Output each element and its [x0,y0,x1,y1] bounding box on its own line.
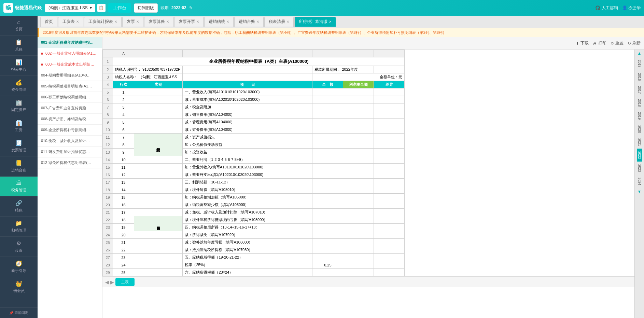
sidebar-item-reports[interactable]: 📊 报表中心 [0,56,38,76]
table-row: 29 25 六、应纳所得税额（23×24） [103,269,405,276]
close-tab-payroll-stats[interactable]: ✕ [114,20,117,24]
list-item-005[interactable]: 005-纳税调整项目明细表(A1… [38,81,102,92]
close-tab-jinxiao-ledger[interactable]: ✕ [256,20,259,24]
close-tab-income-tax[interactable]: ✕ [329,20,332,24]
list-item-008[interactable]: 008-资产折旧、摊销及纳税… [38,114,102,125]
company-icon-btn[interactable]: 📋 [97,4,106,12]
next-sheet-btn[interactable]: ▶ [110,279,114,285]
list-item-001[interactable]: 001-企业所得税年度纳税申报… [38,37,102,48]
tab-payroll[interactable]: 工资表 ✕ [58,17,83,27]
close-tab-jinxiao[interactable]: ✕ [226,20,229,24]
sidebar-item-settings[interactable]: ⚙ 设置 [0,237,38,257]
list-item-004[interactable]: 004-期间费用明细表(A1040… [38,70,102,81]
logo-icon: 畅 [3,3,13,13]
table-row-title: 1 企业所得税年度纳税申报表（A类）主表(A100000) [103,57,405,66]
list-item-003[interactable]: 003-一般企业成本支出明细… [38,59,102,70]
sidebar-item-close[interactable]: 🔗 结账 [0,196,38,217]
list-item-002[interactable]: 002-一般企业收入明细表(A1… [38,48,102,59]
table-row: 19 15 加：纳税调整增加额（填写A105000） [103,194,405,201]
app-name: 畅捷通易代账 [15,5,42,11]
sidebar-item-tax[interactable]: 🏛 税务管理 [0,177,38,196]
refresh-icon: ↻ [628,41,631,46]
tab-income-tax[interactable]: 所得税汇算清缴 ✕ [294,17,336,27]
sidebar-item-archive[interactable]: 📁 归档管理 [0,217,38,237]
sidebar-item-guide[interactable]: 🧭 新手引导 [0,257,38,277]
workbench-button[interactable]: 工作台 [108,3,131,13]
list-item-011[interactable]: 011-研发费用加计扣除优惠… [38,147,102,157]
tab-jinxiao-ledger[interactable]: 进销台账 ✕ [234,17,264,27]
tab-fapiao[interactable]: 发票 ✕ [122,17,143,27]
year-up-arrow[interactable]: ▲ [636,50,643,57]
year-item-2022[interactable]: 2022 [637,149,642,162]
tab-jinxiao[interactable]: 进销稽核 ✕ [204,17,234,27]
close-tab-fapiao-calc[interactable]: ✕ [166,20,169,24]
list-item-012[interactable]: 012-减免所得税优惠明细表(… [38,157,102,168]
taxpayer-id-value: 91320500703719732P [142,67,180,71]
sidebar-item-ledger[interactable]: 📋 总账 [0,36,38,56]
human-service-btn[interactable]: 🎧 人工咨询 [595,5,618,11]
col-header-row [103,50,113,57]
list-panel: 001-企业所得税年度纳税申报… 002-一般企业收入明细表(A1… 003-一… [38,37,102,318]
table-row: 26 22 减：抵扣应纳税所得额（填写A107030） [103,246,405,254]
year-item-2024[interactable]: 2024 [637,175,642,188]
table-row: 20 16 减：纳税调整减少额（填写A105000） [103,201,405,209]
reset-icon: ↺ [611,41,614,46]
year-item-2019b[interactable]: 2019 [637,109,642,122]
sidebar-item-member[interactable]: 👑 畅会员 [0,277,38,297]
year-item-2021[interactable]: 2021 [637,136,642,149]
tab-fapiao-open[interactable]: 发票开票 ✕ [174,17,204,27]
main-container: ⌂ 首页 📋 总账 📊 报表中心 💰 资金管理 🏢 固定资产 👔 工资 🧾 发票… [0,16,644,318]
company-name: (勾删）江西服宝-LSS [48,5,88,11]
download-button[interactable]: ⬇ 下载 [576,40,589,46]
reset-button[interactable]: ↺ 重置 [611,40,624,46]
sidebar-item-assets[interactable]: 🏢 固定资产 [0,96,38,116]
user-profile[interactable]: 👤 徐淀华 [622,5,641,11]
year-item-2019a[interactable]: 2019 [637,57,642,70]
year-down-arrow[interactable]: ▼ [636,188,643,195]
company-selector[interactable]: (勾删）江西服宝-LSS ▾ [45,4,95,12]
year-item-2023[interactable]: 2023 [637,162,642,175]
close-tab-fapiao-open[interactable]: ✕ [196,20,199,24]
list-item-007[interactable]: 007-广告费和业务宣传费跑… [38,103,102,114]
year-item-2017[interactable]: 2017 [637,83,642,96]
spreadsheet-table: A 1 [102,50,405,276]
sidebar-label-sales: 进销台账 [11,168,26,173]
col-label-quane: 全 额 [312,81,343,88]
tab-tax-list[interactable]: 税表清册 ✕ [264,17,294,27]
download-icon: ⬇ [576,41,579,46]
spreadsheet-container[interactable]: A 1 [102,50,634,318]
print-button[interactable]: 🖨 打印 [593,40,606,46]
switch-version-button[interactable]: 切到旧版 [134,3,158,13]
nav-tabs: 首页 工资表 ✕ 工资统计报表 ✕ 发票 ✕ 发票算账 ✕ 发票开票 ✕ [38,16,644,28]
tab-payroll-stats[interactable]: 工资统计报表 ✕ [84,17,122,27]
list-item-010[interactable]: 010-免税、减计收入及加计… [38,136,102,147]
sidebar-item-payroll[interactable]: 👔 工资 [0,116,38,136]
tab-fapiao-calc[interactable]: 发票算账 ✕ [144,17,173,27]
sidebar-bottom-pin[interactable]: 📌 取消固定 [0,307,38,318]
close-tab-fapiao[interactable]: ✕ [136,20,139,24]
close-tab-payroll[interactable]: ✕ [76,20,79,24]
table-toolbar: ⬇ 下载 🖨 打印 ↺ 重置 ↻ 刷新 [102,37,644,50]
reports-icon: 📊 [15,59,22,66]
table-row-headers: 4 行次 类别 项 目 全 额 利润主全额 差异 [103,81,405,88]
sales-icon: 📒 [15,160,22,166]
close-tab-tax-list[interactable]: ✕ [286,20,289,24]
sidebar-label-home: 首页 [15,27,23,32]
dropdown-icon[interactable]: ▾ [90,5,92,10]
year-item-2020[interactable]: 2020 [637,123,642,136]
sidebar-item-home[interactable]: ⌂ 首页 [0,16,38,36]
refresh-button[interactable]: ↻ 刷新 [628,40,641,46]
period-edit-icon[interactable]: ✎ [189,5,193,10]
sidebar-label-funds: 资金管理 [11,87,26,92]
prev-sheet-btn[interactable]: ◀ [105,279,109,285]
headset-icon: 🎧 [595,5,600,10]
year-item-2016[interactable]: 2016 [637,70,642,83]
year-item-2018[interactable]: 2018 [637,96,642,109]
list-item-006[interactable]: 006-职工薪酬纳税调整明细… [38,92,102,103]
list-item-009[interactable]: 009-企业所得税补亏损明细… [38,125,102,136]
tab-home[interactable]: 首页 [40,17,57,27]
sidebar-item-funds[interactable]: 💰 资金管理 [0,76,38,96]
sidebar-item-invoice[interactable]: 🧾 发票管理 [0,136,38,156]
sheet-tab-main[interactable]: 主表 [115,278,135,286]
sidebar-item-sales[interactable]: 📒 进销台账 [0,156,38,177]
